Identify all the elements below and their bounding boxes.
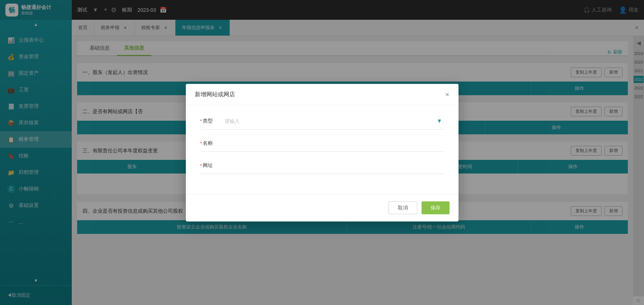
modal-footer: 取消 保存 [186,194,459,221]
type-input[interactable] [222,116,444,125]
form-field-name: *名称 [200,138,444,152]
modal-body: *类型 ▼ *名称 *网址 [186,105,459,194]
modal-cancel-button[interactable]: 取消 [389,201,417,214]
name-required-mark: * [200,140,202,146]
type-dropdown-icon[interactable]: ▼ [437,117,442,124]
url-input[interactable] [222,161,444,170]
modal-add-website: 新增网站或网店 × *类型 ▼ *名称 *网址 [186,84,459,221]
modal-close-button[interactable]: × [445,90,450,98]
form-field-type: *类型 ▼ [200,116,444,129]
type-required-mark: * [200,118,202,124]
modal-header: 新增网站或网店 × [186,84,459,105]
name-input-wrapper [222,138,444,148]
name-label: *名称 [200,140,222,146]
url-input-wrapper [222,161,444,170]
modal-title: 新增网站或网店 [195,91,235,98]
form-field-url: *网址 [200,161,444,174]
url-required-mark: * [200,162,202,168]
modal-save-button[interactable]: 保存 [422,201,450,214]
url-label: *网址 [200,162,222,168]
type-input-wrapper: ▼ [222,116,444,125]
name-input[interactable] [222,138,444,148]
type-label: *类型 [200,117,222,124]
